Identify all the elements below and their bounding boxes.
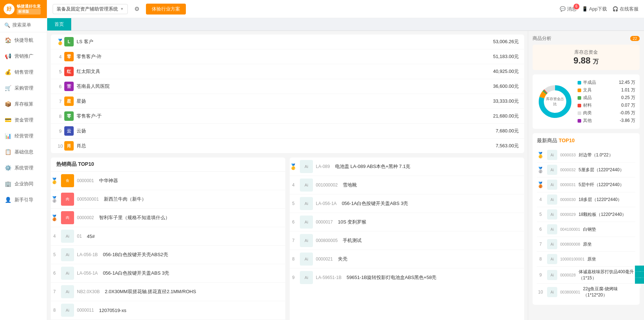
product-name: 056-1B白色按键开关壳ABS2壳: [103, 251, 285, 258]
list-item: 5 Ai LA-056-1A 056-1A白色按键开关盖ABS 3壳: [290, 194, 524, 213]
donut-center-label: 库存资金占比: [546, 97, 564, 107]
right-panel: 商品分析 22 库存总资金 9.88 万: [528, 31, 644, 320]
sidebar-item-7[interactable]: 📋 基础信息: [0, 144, 47, 160]
product-name: 雪地靴: [343, 182, 524, 188]
product-code: 0000017: [316, 220, 333, 225]
new-products-title: 最新商品 TOP10: [537, 138, 635, 144]
legend-item: 半成品 12.45 万: [578, 79, 635, 86]
product-code: LA-089: [316, 164, 330, 169]
product-icon: Ai: [300, 216, 313, 229]
list-item: 🥇 Ai LA-089 电池盖 LA-089 ABS本色+黑种 7.1克: [290, 157, 524, 176]
product-name: 封边带（1.0*22）: [579, 152, 635, 158]
tab-home[interactable]: 首页: [47, 18, 72, 30]
inventory-chart: 库存资金占比 半成品 12.45 万 文具 1.01 万: [533, 74, 640, 129]
product-name: 体诚嘉枝味苏打饮品400毫升（1*15）: [579, 269, 635, 281]
sidebar-item-6[interactable]: 📊 经营管理: [0, 128, 47, 144]
legend-item: 材料 0.07 万: [578, 102, 635, 109]
live-stream-button[interactable]: 直播: [635, 278, 644, 284]
inventory-total-label: 库存总资金: [537, 49, 635, 56]
sidebar-item-label-5: 资金管理: [15, 117, 33, 123]
product-icon: Ai: [300, 197, 313, 210]
customer-service-button[interactable]: 客服热线: [635, 266, 644, 272]
sidebar-item-5[interactable]: 💳 资金管理: [0, 112, 47, 128]
product-icon: Ai: [547, 287, 557, 297]
sidebar-item-4[interactable]: 📦 库存核算: [0, 96, 47, 112]
sales-icon: 💰: [4, 69, 12, 76]
rank-number: 8: [51, 308, 58, 313]
avatar: 肖: [64, 141, 74, 151]
product-code: 000800008: [560, 242, 580, 246]
search-menu-item[interactable]: 🔍 搜索菜单: [0, 18, 47, 32]
product-code: 0000029: [560, 212, 576, 217]
list-item: 6 Ai LA-056-1A 056-1A白色按键开关盖ABS 3壳: [51, 264, 285, 283]
product-code: 0000030: [560, 197, 576, 202]
product-name: 中华神器: [99, 177, 285, 184]
app-logo: 好 畅捷通好生意 标准版: [0, 0, 47, 18]
product-icon: Ai: [547, 270, 557, 280]
content-area: 🥇 L LS 客户 53,006.26元 4 零 零售客户-许 51,183.0…: [47, 31, 644, 320]
rank-number: 4: [56, 54, 64, 60]
online-service-button[interactable]: 🎧 在线客服: [612, 6, 639, 12]
product-code: LA-056-1B: [77, 252, 98, 257]
app-download-button[interactable]: 📱 App下载: [582, 6, 607, 12]
rank-number: 8: [290, 257, 297, 262]
list-item: 🥉 Ai 0000031 5层中纤（1220*2440）: [537, 177, 635, 192]
logo-text-group: 畅捷通好生意 标准版: [17, 4, 41, 15]
rank-number: 5: [537, 212, 544, 217]
product-name: 5厘多层（1220*2440）: [579, 167, 635, 173]
product-name: 22g鱼豆腐-烧烤味（1*12*20）: [583, 286, 635, 298]
message-button[interactable]: 💬 消息 6: [560, 6, 576, 12]
sidebar-item-8[interactable]: ⚙️ 系统管理: [0, 160, 47, 176]
customer-name: 红太阳文具: [77, 68, 493, 75]
product-code: 0000028: [560, 273, 576, 277]
product-name: 10S 变刹罗猴: [338, 219, 524, 225]
legend-item: 文具 1.01 万: [578, 86, 635, 94]
table-row: 🥇 L LS 客户 53,006.26元: [51, 34, 524, 49]
company-icon: 🏢: [4, 180, 12, 188]
product-icon: Ai: [547, 165, 557, 175]
product-icon: Ai: [61, 248, 74, 261]
hot-products-section: 热销商品 TOP10 🥇 食 0000001 中华神器 🥈 肉 00050000…: [51, 157, 524, 320]
sidebar-item-1[interactable]: 📢 营销推广: [0, 48, 47, 64]
rank-number: 9: [56, 128, 64, 134]
sidebar-item-label-10: 新手引导: [15, 197, 33, 203]
product-code: 001000002: [316, 182, 338, 188]
customer-name: 星扬: [77, 98, 493, 104]
list-item: 🥉 肉 0000002 智利车子里（规格不知道填什么）: [51, 209, 285, 227]
sidebar-item-9[interactable]: 🏢 企业协同: [0, 176, 47, 192]
system-selector[interactable]: 装备及固定资产辅助管理系统 ▼: [53, 4, 128, 14]
settings-gear-button[interactable]: ⚙: [131, 4, 142, 15]
list-item: 7 Ai 000800008 原坐: [537, 237, 635, 252]
product-name: 18多层（1220*2440）: [579, 197, 635, 203]
left-panel: 🥇 L LS 客户 53,006.26元 4 零 零售客户-许 51,183.0…: [47, 31, 528, 320]
customer-rank-table: 🥇 L LS 客户 53,006.26元 4 零 零售客户-许 51,183.0…: [51, 34, 524, 153]
operation-icon: 📊: [4, 132, 12, 140]
product-icon: Ai: [547, 224, 557, 234]
table-row: 4 零 零售客户-许 51,183.00元: [51, 49, 524, 64]
product-name: 12070519-xs: [99, 308, 285, 313]
product-code: LA-59651-1B: [316, 275, 342, 280]
trial-button[interactable]: 体验行业方案: [146, 4, 186, 15]
sidebar-item-label-2: 销售管理: [15, 69, 33, 75]
product-name: 45#: [87, 234, 285, 239]
customer-name: 苍南县人民医院: [77, 83, 493, 90]
product-image: 肉: [61, 211, 74, 224]
table-row: 8 零 零售客户-于 21,680.00元: [51, 109, 524, 124]
product-icon: Ai: [61, 230, 74, 243]
product-code: 0000011: [77, 308, 94, 313]
service-community-button[interactable]: 服务社区: [635, 272, 644, 278]
product-name: 白钢垫: [583, 226, 635, 233]
sidebar-item-10[interactable]: 👤 新手引导: [0, 192, 47, 208]
medal-icon: 🥉: [537, 181, 544, 188]
sidebar-item-0[interactable]: 🏠 快捷导航: [0, 32, 47, 48]
product-name: 056-1A白色按键开关盖ABS 3壳: [103, 270, 285, 276]
rank-number: 10: [537, 290, 544, 295]
product-name: 18颗粒板（1220*2440）: [579, 212, 635, 218]
list-item: 7 Ai NB2.0X30B 2.0X30MM双搓花轴.搓花直径2.1MM/RO…: [51, 283, 285, 301]
sidebar-item-2[interactable]: 💰 销售管理: [0, 64, 47, 80]
product-icon: Ai: [61, 267, 74, 280]
sidebar-item-3[interactable]: 🛒 采购管理: [0, 80, 47, 96]
message-icon: 💬: [560, 6, 566, 12]
logo-title: 畅捷通好生意: [17, 4, 41, 9]
customer-amount: 36,600.00元: [493, 83, 519, 90]
